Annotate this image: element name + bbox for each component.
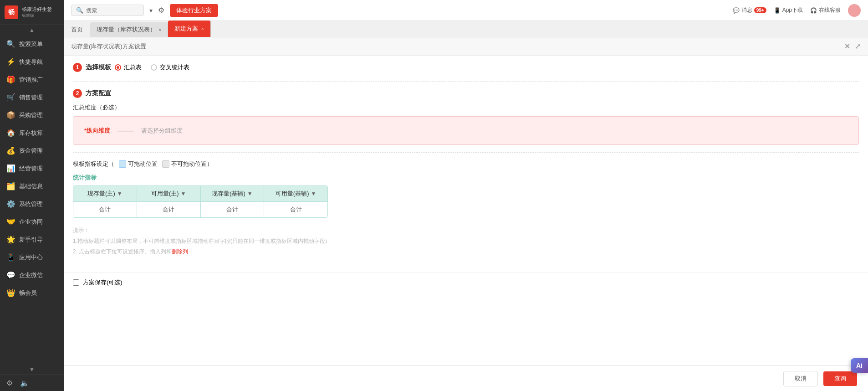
search-menu-label: 搜索菜单 <box>19 40 43 48</box>
ai-button[interactable]: Ai <box>851 358 868 373</box>
stats-col-body-3: 合计 <box>264 201 327 217</box>
query-button[interactable]: 查询 <box>823 371 857 386</box>
wechat-icon: 💬 <box>6 271 15 279</box>
col3-label: 可用量(基辅) <box>276 190 309 198</box>
online-service-label: 在线客服 <box>819 6 841 14</box>
settings-icon[interactable]: ⚙ <box>6 379 13 387</box>
vertical-dim-label: *纵向维度 <box>84 127 110 135</box>
dropdown-icon[interactable]: ▾ <box>149 7 153 14</box>
col3-chevron[interactable]: ▼ <box>311 190 317 197</box>
sidebar-item-system[interactable]: ⚙️ 系统管理 <box>0 195 64 213</box>
online-service-item[interactable]: 🎧 在线客服 <box>810 6 841 14</box>
sidebar-logo: 畅 畅康通好生意 标准版 <box>0 0 64 25</box>
expand-panel-icon[interactable]: ⤢ <box>855 42 861 51</box>
sidebar-item-app-center[interactable]: 📱 应用中心 <box>0 248 64 266</box>
main-area: 🔍 ▾ ⚙ 体验行业方案 💬 消息 99+ 📱 App下载 🎧 在线客服 <box>64 0 868 391</box>
stats-col-body-1: 合计 <box>137 201 201 217</box>
sidebar-item-quick-nav[interactable]: ⚡ 快捷导航 <box>0 53 64 71</box>
tab-inventory-status[interactable]: 现存量（库存状况表） × <box>90 22 168 37</box>
member-icon: 👑 <box>6 288 15 297</box>
message-badge: 99+ <box>754 7 766 13</box>
sidebar-item-inventory[interactable]: 🏠 库存核算 <box>0 124 64 142</box>
template-indicators: 模板指标设定（ 可拖动位置 不可拖动位置） <box>73 160 859 168</box>
purchase-label: 采购管理 <box>19 111 43 119</box>
non-draggable-indicator: 不可拖动位置） <box>162 160 213 168</box>
member-label: 畅会员 <box>19 289 37 297</box>
message-label: 消息 <box>741 6 752 14</box>
sidebar-item-purchase[interactable]: 📦 采购管理 <box>0 106 64 124</box>
sidebar-item-sales[interactable]: 🛒 销售管理 <box>0 88 64 106</box>
step2-header: 2 方案配置 <box>73 89 859 98</box>
trial-button[interactable]: 体验行业方案 <box>170 4 218 17</box>
template-radio-group: 汇总表 交叉统计表 <box>115 63 189 72</box>
marketing-label: 营销推广 <box>19 76 43 84</box>
save-checkbox[interactable] <box>73 279 79 286</box>
col2-chevron[interactable]: ▼ <box>247 190 253 197</box>
app-version: 标准版 <box>22 13 52 19</box>
audio-icon[interactable]: 🔈 <box>20 379 29 387</box>
sidebar-item-finance[interactable]: 💰 资金管理 <box>0 142 64 159</box>
sidebar-scroll-down[interactable]: ▼ <box>0 365 64 375</box>
tabbar: 首页 现存量（库存状况表） × 新建方案 × <box>64 21 868 37</box>
step1-badge: 1 <box>73 63 82 72</box>
stats-col-header-3[interactable]: 可用量(基辅) ▼ <box>264 186 327 201</box>
finance-label: 资金管理 <box>19 147 43 155</box>
tab-new-scheme[interactable]: 新建方案 × <box>168 21 210 37</box>
search-box[interactable]: 🔍 <box>71 5 144 16</box>
sidebar-item-marketing[interactable]: 🎁 营销推广 <box>0 71 64 88</box>
sidebar-item-member[interactable]: 👑 畅会员 <box>0 284 64 302</box>
sidebar-item-search-menu[interactable]: 🔍 搜索菜单 <box>0 35 64 53</box>
step-divider-1 <box>73 81 859 82</box>
gear-icon[interactable]: ⚙ <box>158 6 164 15</box>
app-name: 畅康通好生意 <box>22 6 52 13</box>
vertical-dim-placeholder[interactable]: 请选择分组维度 <box>141 127 183 135</box>
search-input[interactable] <box>86 7 141 14</box>
message-item[interactable]: 💬 消息 99+ <box>733 6 766 14</box>
finance-icon: 💰 <box>6 146 15 155</box>
user-avatar[interactable] <box>848 4 861 17</box>
search-menu-icon: 🔍 <box>6 40 15 48</box>
topbar-right: 💬 消息 99+ 📱 App下载 🎧 在线客服 <box>733 4 861 17</box>
footer-bar: 取消 查询 <box>64 365 868 391</box>
sidebar-scroll-up[interactable]: ▲ <box>0 25 64 35</box>
app-center-icon: 📱 <box>6 253 15 262</box>
radio-summary-circle <box>115 64 121 71</box>
sidebar-item-operations[interactable]: 📊 经营管理 <box>0 159 64 177</box>
message-icon: 💬 <box>733 7 740 14</box>
new-guide-icon: 🌟 <box>6 235 15 244</box>
step1-title: 选择模板 <box>86 63 111 72</box>
radio-cross[interactable]: 交叉统计表 <box>151 63 189 72</box>
stats-col-header-2[interactable]: 现存量(基辅) ▼ <box>201 186 265 201</box>
sidebar-item-new-guide[interactable]: 🌟 新手引导 <box>0 231 64 248</box>
sidebar-item-enterprise[interactable]: 🤝 企业协同 <box>0 213 64 231</box>
stats-col-header-1[interactable]: 可用量(主) ▼ <box>137 186 201 201</box>
sidebar-item-wechat[interactable]: 💬 企业微信 <box>0 266 64 284</box>
close-panel-icon[interactable]: ✕ <box>844 42 850 51</box>
non-draggable-box <box>162 160 169 168</box>
sidebar: 畅 畅康通好生意 标准版 ▲ 🔍 搜索菜单 ⚡ 快捷导航 🎁 营销推广 🛒 销售… <box>0 0 64 391</box>
col0-chevron[interactable]: ▼ <box>117 190 123 197</box>
cancel-button[interactable]: 取消 <box>783 371 818 386</box>
quick-nav-label: 快捷导航 <box>19 58 43 66</box>
stats-label: 统计指标 <box>73 174 859 182</box>
operations-label: 经营管理 <box>19 165 43 173</box>
base-info-icon: 🗂️ <box>6 182 15 190</box>
non-draggable-label: 不可拖动位置） <box>171 160 213 168</box>
radio-summary[interactable]: 汇总表 <box>115 63 142 72</box>
app-download-item[interactable]: 📱 App下载 <box>774 6 803 14</box>
headphone-icon: 🎧 <box>810 7 817 14</box>
panel: 1 选择模板 汇总表 交叉统计表 <box>64 56 868 273</box>
stats-table: 现存量(主) ▼ 可用量(主) ▼ 现存量(基辅) ▼ <box>73 185 328 218</box>
inventory-label: 库存核算 <box>19 129 43 137</box>
step2-badge: 2 <box>73 89 82 98</box>
tab-home[interactable]: 首页 <box>64 22 90 37</box>
phone-icon: 📱 <box>774 7 781 14</box>
sidebar-item-base-info[interactable]: 🗂️ 基础信息 <box>0 177 64 195</box>
col2-label: 现存量(基辅) <box>212 190 245 198</box>
step1-header: 1 选择模板 汇总表 交叉统计表 <box>73 63 859 72</box>
indicators-label-prefix: 模板指标设定（ <box>73 160 114 168</box>
stats-col-header-0[interactable]: 现存量(主) ▼ <box>73 186 137 201</box>
tab-new-scheme-close[interactable]: × <box>201 26 204 31</box>
col1-chevron[interactable]: ▼ <box>181 190 186 197</box>
tab-inventory-close[interactable]: × <box>158 27 161 32</box>
